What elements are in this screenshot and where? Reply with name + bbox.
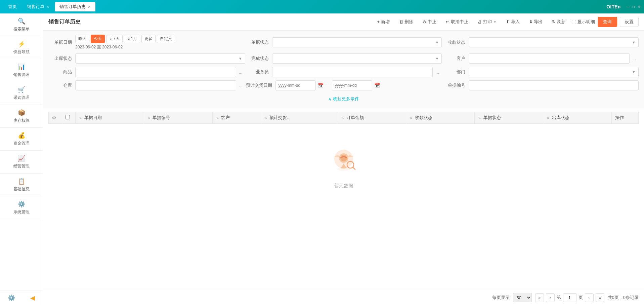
date-btn-7days[interactable]: 近7天 [106,35,123,43]
maximize-btn[interactable]: □ [632,4,635,9]
order-status-arrow: ▼ [435,40,439,44]
show-detail-checkbox[interactable] [572,20,576,24]
collapse-bar[interactable]: ∧ 收起更多条件 [48,94,639,104]
filter-row-2: 出库状态 ▼ 完成状态 ▼ 客户 ... [48,53,639,64]
stop-button[interactable]: ⊘ 中止 [419,17,440,27]
select-all-checkbox[interactable] [66,115,70,119]
svg-point-5 [345,157,346,158]
product-input[interactable] [75,67,236,77]
th-payment-status-label: 收款状态 [415,115,432,120]
customer-input[interactable] [469,53,630,64]
delete-button[interactable]: 🗑 删除 [396,17,417,27]
new-button-label: + 新增 [377,19,390,25]
import-button[interactable]: ⬆ 导入 [503,17,523,27]
sidebar-item-quick-nav[interactable]: ⚡ 快捷导航 [0,36,43,59]
sidebar-item-quick-nav-label: 快捷导航 [13,49,30,55]
tab-sales-order[interactable]: 销售订单 ✕ [22,2,54,11]
minimize-btn[interactable]: ─ [627,4,630,9]
th-settings[interactable]: ⚙ [49,112,62,124]
salesperson-input[interactable] [272,67,433,77]
sort-icons-order-status: ⇅ [478,116,481,120]
sidebar-item-inventory[interactable]: 📦 库存核算 [0,105,43,128]
refresh-button[interactable]: ↻ 刷新 [549,17,569,27]
export-button[interactable]: ⬇ 导出 [526,17,546,27]
th-actions: 操作 [612,112,639,124]
sidebar-item-finance[interactable]: 💰 资金管理 [0,128,43,151]
salesperson-dots[interactable]: ... [433,70,442,75]
print-button[interactable]: 🖨 打印 ▼ [474,17,500,27]
tab-sales-order-label: 销售订单 [27,4,44,10]
sidebar-item-basic-info[interactable]: 📋 基础信息 [0,174,43,196]
sidebar-item-basic-info-label: 基础信息 [13,186,30,192]
order-number-input[interactable] [469,80,639,90]
th-checkbox[interactable] [62,112,76,124]
expected-date-from[interactable] [275,80,316,90]
department-select[interactable]: ▼ [469,67,639,77]
cancel-stop-button[interactable]: ↩ 取消中止 [442,17,472,27]
customer-dots[interactable]: ... [630,56,639,61]
sidebar-item-search-menu[interactable]: 🔍 搜索菜单 [0,13,43,36]
th-expected-date[interactable]: ⇅ 预计交货... [261,112,338,124]
delete-button-label: 🗑 删除 [399,19,414,25]
order-status-select[interactable]: ▼ [272,37,442,47]
filter-cell-warehouse-status: 出库状态 ▼ [48,53,245,64]
th-payment-status[interactable]: ⇅ 收款状态 [406,112,475,124]
sidebar-item-sales-mgmt[interactable]: 📊 销售管理 [0,59,43,82]
cal-from-icon[interactable]: 📅 [318,83,324,88]
sort-icons-date: ⇅ [79,116,82,120]
date-btn-yesterday[interactable]: 昨天 [75,35,89,43]
th-warehouse-status[interactable]: ⇅ 出库状态 [543,112,612,124]
tab-sales-order-history[interactable]: 销售订单历史 ✕ [55,2,95,11]
sidebar-item-system-mgmt[interactable]: ⚙️ 系统管理 [0,196,43,219]
setting-button[interactable]: 设置 [620,17,639,27]
warehouse-dots[interactable]: ... [236,83,245,88]
current-page-input[interactable]: 1 [563,293,576,302]
complete-status-select[interactable]: ▼ [272,53,442,64]
th-date[interactable]: ⇅ 单据日期 [76,112,144,124]
date-dash: — [326,83,330,88]
show-detail-checkbox-wrap[interactable]: 显示明细 [572,19,595,25]
payment-status-select[interactable]: ▼ [469,37,639,47]
main-layout: 🔍 搜索菜单 ⚡ 快捷导航 📊 销售管理 🛒 采购管理 📦 库存核算 💰 资金管… [0,13,644,305]
warehouse-input[interactable] [75,80,236,90]
last-page-btn[interactable]: » [596,293,604,302]
close-btn[interactable]: ✕ [637,4,641,9]
first-page-btn[interactable]: « [535,293,544,302]
filter-cell-warehouse: 仓库 ... [48,80,245,90]
filter-cell-date: 单据日期 昨天 今天 近7天 近1月 更多 自定义 2023-06-02 至 2… [48,35,245,50]
th-customer[interactable]: ⇅ 客户 [212,112,261,124]
page-size-select[interactable]: 50 10 20 100 [513,293,532,302]
toolbar: + 新增 🗑 删除 ⊘ 中止 ↩ 取消中止 🖨 打印 ▼ ⬆ 导入 [374,17,639,27]
sidebar-item-purchase-mgmt[interactable]: 🛒 采购管理 [0,82,43,105]
system-mgmt-icon: ⚙️ [18,200,25,208]
sidebar-item-operations[interactable]: 📈 经营管理 [0,151,43,174]
cal-to-icon[interactable]: 📅 [374,83,380,88]
sidebar-collapse-icon[interactable]: ◀ [30,294,35,302]
new-button[interactable]: + 新增 [374,17,393,27]
search-button[interactable]: 查询 [598,17,617,27]
sidebar-item-sales-mgmt-label: 销售管理 [13,72,30,78]
filter-cell-salesperson: 业务员 ... [245,67,442,77]
sidebar-settings-icon[interactable]: ⚙️ [8,294,15,302]
expected-date-to[interactable] [332,80,372,90]
tab-history-close[interactable]: ✕ [88,5,91,9]
print-arrow-icon: ▼ [493,20,497,24]
th-amount[interactable]: ⇅ 订单金额 [338,112,406,124]
filter-row-4: 仓库 ... 预计交货日期 📅 — 📅 单据编号 [48,80,639,90]
show-detail-label: 显示明细 [577,19,595,25]
next-page-btn[interactable]: › [585,293,594,302]
date-btn-today[interactable]: 今天 [91,35,105,43]
sort-icons-number: ⇅ [147,116,150,120]
th-number[interactable]: ⇅ 单据编号 [144,112,212,124]
warehouse-status-select[interactable]: ▼ [75,53,245,64]
date-btn-custom[interactable]: 自定义 [157,35,175,43]
total-info: 共0页，0条记录 [608,295,639,301]
tab-sales-order-close[interactable]: ✕ [46,5,49,9]
date-btn-1month[interactable]: 近1月 [124,35,140,43]
product-dots[interactable]: ... [236,70,245,75]
th-order-status[interactable]: ⇅ 单据状态 [475,112,543,124]
complete-status-label: 完成状态 [245,55,272,62]
date-btn-more[interactable]: 更多 [141,35,156,43]
prev-page-btn[interactable]: ‹ [546,293,555,302]
tab-home[interactable]: 首页 [3,2,22,11]
